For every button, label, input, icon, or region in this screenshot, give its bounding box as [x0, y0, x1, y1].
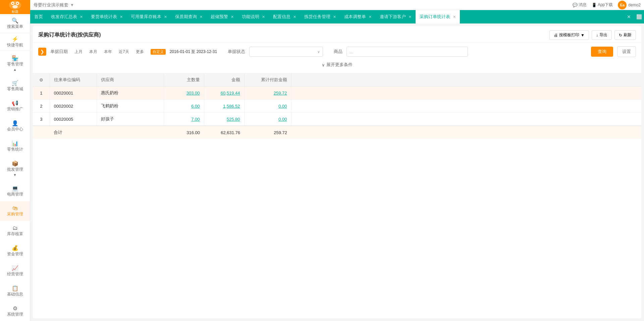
avatar: Ea [618, 1, 627, 9]
filter-area: ❯ 单据日期 上月 本月 本年 近7天 更多 自定义 2016-01-01 至 … [33, 43, 641, 73]
table-row[interactable]: 1 00020001 惠氏奶粉 303.00 60,519.44 259.72 [33, 87, 641, 100]
sidebar-item-purchase[interactable]: 🛍 采购管理 [0, 201, 30, 221]
row-2-supplier: 飞鹤奶粉 [97, 100, 164, 113]
sidebar: 标题 🔍 搜索菜单 ⚡ 快捷导航 🏪 零售管理 ▲ 🛒 零售商城 📢 营销推广 … [0, 0, 30, 321]
expand-more-conditions-btn[interactable]: ∨ 展开更多条件 [38, 60, 636, 70]
tab-pick-task[interactable]: 拣货任务管理 ✕ [300, 10, 340, 23]
app-download-btn[interactable]: 📱 App下载 [592, 2, 613, 8]
sidebar-item-member[interactable]: 👤 会员中心 [0, 116, 30, 136]
close-tab-receive-summary[interactable]: ✕ [80, 15, 83, 19]
close-tab-config-info[interactable]: ✕ [293, 15, 296, 19]
wholesale-arrow-icon: ▼ [13, 173, 17, 177]
sidebar-item-retail[interactable]: 🏪 零售管理 ▲ [0, 51, 30, 76]
sidebar-item-finance[interactable]: 💰 资金管理 [0, 241, 30, 261]
goods-input[interactable]: ... [346, 47, 468, 57]
status-dropdown-icon: ∨ [317, 50, 320, 54]
close-all-tabs-btn[interactable]: ✕ [624, 10, 634, 23]
tab-receive-summary[interactable]: 收发存汇总表 ✕ [47, 10, 87, 23]
row-2-qty[interactable]: 6.00 [164, 100, 204, 113]
tab-purchase-order-summary[interactable]: 采购订单统计表 ✕ [416, 10, 460, 23]
row-1-extra [291, 87, 641, 100]
tab-cost-adjust[interactable]: 成本调整单 ✕ [340, 10, 376, 23]
sidebar-item-shortcut[interactable]: ⚡ 快捷导航 [0, 33, 30, 51]
tab-config-info[interactable]: 配置信息 ✕ [269, 10, 300, 23]
sidebar-item-inventory[interactable]: 🗂 库存核算 [0, 221, 30, 241]
tab-invite-downstream[interactable]: 邀请下游客户 ✕ [376, 10, 416, 23]
more-date-btn[interactable]: 更多 [133, 48, 147, 56]
close-tab-purchase-order-summary[interactable]: ✕ [453, 15, 456, 19]
workspace-dropdown-icon[interactable]: ▼ [70, 3, 74, 7]
close-tab-cost-adjust[interactable]: ✕ [369, 15, 372, 19]
table-row[interactable]: 3 00020005 好孩子 7.00 525.80 0.00 [33, 113, 641, 126]
content-panel: 采购订单统计表(按供应商) 🖨 按模板打印 ▼ ↓ 导出 ↻ 刷新 [33, 26, 641, 318]
col-header-qty: 主数量 [164, 73, 204, 87]
sidebar-item-basic[interactable]: 📋 基础信息 [0, 281, 30, 301]
tab-home[interactable]: 首页 [30, 10, 47, 23]
user-avatar[interactable]: Ea demo2 [618, 1, 641, 9]
print-button[interactable]: 🖨 按模板打印 ▼ [549, 30, 589, 40]
status-select[interactable]: ∨ [249, 47, 323, 57]
column-settings-btn[interactable]: ⚙ [33, 73, 50, 87]
col-header-code: 往来单位编码 [50, 73, 97, 87]
row-3-paid[interactable]: 0.00 [244, 113, 291, 126]
sidebar-item-stats[interactable]: 📊 零售统计 [0, 136, 30, 156]
table-footer-row: 合计 316.00 62,631.76 259.72 [33, 126, 641, 139]
close-tab-pick-task[interactable]: ✕ [333, 15, 336, 19]
sidebar-item-operations[interactable]: 📈 经营管理 [0, 261, 30, 281]
page-header-actions: 🖨 按模板打印 ▼ ↓ 导出 ↻ 刷新 [549, 30, 636, 40]
refresh-icon: ↻ [619, 33, 622, 38]
this-month-btn[interactable]: 本月 [87, 48, 100, 56]
maximize-btn[interactable]: ⬜ [634, 10, 644, 23]
row-3-supplier: 好孩子 [97, 113, 164, 126]
date-range-display: 2016-01-01 至 2023-12-31 [170, 49, 217, 55]
table-row[interactable]: 2 00020002 飞鹤奶粉 6.00 1,586.52 0.00 [33, 100, 641, 113]
svg-point-5 [12, 5, 18, 8]
tab-expiry-query[interactable]: 保质期查询 ✕ [171, 10, 207, 23]
sidebar-item-search[interactable]: 🔍 搜索菜单 [0, 14, 30, 33]
row-1-paid[interactable]: 259.72 [244, 87, 291, 100]
status-filter-label: 单据状态 [228, 49, 245, 55]
row-2-amount[interactable]: 1,586.52 [204, 100, 244, 113]
export-icon: ↓ [596, 33, 598, 38]
close-tab-expiry-query[interactable]: ✕ [200, 15, 203, 19]
export-button[interactable]: ↓ 导出 [592, 30, 612, 40]
filter-toggle-btn[interactable]: ❯ [38, 48, 46, 56]
main-content: 母婴行业演示账套 ▼ 💬 消息 📱 App下载 Ea demo2 首页 收发存汇… [30, 0, 644, 321]
close-tab-overstock-warning[interactable]: ✕ [231, 15, 234, 19]
row-3-qty[interactable]: 7.00 [164, 113, 204, 126]
date-shortcuts: 上月 本月 本年 近7天 更多 [72, 48, 147, 56]
last-7-days-btn[interactable]: 近7天 [116, 48, 132, 56]
this-year-btn[interactable]: 本年 [101, 48, 115, 56]
topbar: 母婴行业演示账套 ▼ 💬 消息 📱 App下载 Ea demo2 [30, 0, 644, 10]
close-tab-invite-downstream[interactable]: ✕ [409, 15, 412, 19]
message-btn[interactable]: 💬 消息 [573, 2, 587, 8]
sidebar-item-mall[interactable]: 🛒 零售商城 [0, 76, 30, 96]
settings-button[interactable]: 设置 [617, 46, 636, 57]
row-1-supplier: 惠氏奶粉 [97, 87, 164, 100]
tab-order-summary[interactable]: 要货单统计表 ✕ [87, 10, 127, 23]
close-tab-function-desc[interactable]: ✕ [262, 15, 265, 19]
row-2-paid[interactable]: 0.00 [244, 100, 291, 113]
row-1-amount[interactable]: 60,519.44 [204, 87, 244, 100]
tab-available-stock[interactable]: 可用量库存账本 ✕ [127, 10, 171, 23]
sidebar-item-promotion[interactable]: 📢 营销推广 [0, 96, 30, 116]
sidebar-item-ecommerce[interactable]: 💻 电商管理 [0, 181, 30, 201]
close-tab-available-stock[interactable]: ✕ [164, 15, 167, 19]
last-month-btn[interactable]: 上月 [72, 48, 85, 56]
topbar-left: 母婴行业演示账套 ▼ [34, 2, 74, 8]
row-1-qty[interactable]: 303.00 [164, 87, 204, 100]
footer-qty: 316.00 [164, 126, 204, 139]
tab-function-desc[interactable]: 功能说明 ✕ [238, 10, 269, 23]
tab-overstock-warning[interactable]: 超储预警 ✕ [207, 10, 238, 23]
logo-icon [8, 0, 22, 10]
refresh-button[interactable]: ↻ 刷新 [614, 30, 636, 40]
sidebar-item-wholesale[interactable]: 📦 批发管理 ▼ [0, 156, 30, 181]
sidebar-item-system[interactable]: ⚙ 系统管理 [0, 301, 30, 321]
row-3-amount[interactable]: 525.80 [204, 113, 244, 126]
close-tab-order-summary[interactable]: ✕ [120, 15, 123, 19]
svg-point-4 [17, 3, 18, 4]
row-1-code: 00020001 [50, 87, 97, 100]
query-button[interactable]: 查询 [591, 47, 613, 57]
custom-date-badge[interactable]: 自定义 [151, 49, 166, 55]
row-2-extra [291, 100, 641, 113]
